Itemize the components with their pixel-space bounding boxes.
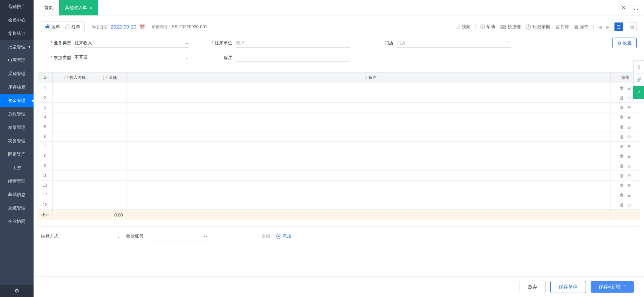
add-row-icon[interactable]: ⊕ xyxy=(627,202,631,207)
cell-amount[interactable] xyxy=(96,103,127,112)
cell-remark[interactable] xyxy=(127,190,611,200)
discard-button[interactable]: 放弃 xyxy=(519,281,546,293)
sidebar-item-3[interactable]: 批发管理 xyxy=(0,40,34,54)
cell-income-name[interactable] xyxy=(53,200,96,209)
delete-row-icon[interactable]: 🗑 xyxy=(620,134,624,139)
cell-remark[interactable] xyxy=(127,93,611,102)
cell-remark[interactable] xyxy=(127,161,611,170)
delete-row-icon[interactable]: 🗑 xyxy=(620,115,624,120)
radio-blue[interactable]: 蓝单 xyxy=(45,24,60,30)
table-row[interactable]: 5🗑⊕ xyxy=(38,122,640,132)
sidebar-item-0[interactable]: 营销推广 xyxy=(0,0,34,13)
close-all-icon[interactable]: ✕ xyxy=(618,3,628,12)
cell-remark[interactable] xyxy=(127,200,611,209)
add-row-icon[interactable]: ⊕ xyxy=(627,173,631,178)
calendar-icon[interactable]: 📅 xyxy=(140,24,145,30)
add-row-icon[interactable]: ⊕ xyxy=(627,144,631,149)
sidebar-item-5[interactable]: 采购管理 xyxy=(0,67,34,81)
tab-other-income[interactable]: 其他收入单 × xyxy=(59,0,98,15)
sidebar-item-7[interactable]: 资金管理 xyxy=(0,94,34,107)
sidebar-item-1[interactable]: 会员中心 xyxy=(0,13,34,27)
cell-remark[interactable] xyxy=(127,181,611,190)
cell-income-name[interactable] xyxy=(53,151,96,161)
delete-row-icon[interactable]: 🗑 xyxy=(620,202,624,207)
cell-remark[interactable] xyxy=(127,142,611,151)
cell-amount[interactable] xyxy=(96,200,127,209)
remark-input[interactable] xyxy=(236,54,350,62)
add-row-icon[interactable]: ⊕ xyxy=(627,115,631,120)
sidebar-item-13[interactable]: 经营管理 xyxy=(0,175,34,188)
sidebar-item-14[interactable]: 基础信息 xyxy=(0,188,34,201)
add-row-icon[interactable]: ⊕ xyxy=(627,183,631,188)
delete-row-icon[interactable]: 🗑 xyxy=(620,183,624,188)
add-row-icon[interactable]: ⊕ xyxy=(627,134,631,139)
delete-row-icon[interactable]: 🗑 xyxy=(620,125,624,130)
more-icon[interactable]: ⋯ xyxy=(202,233,208,239)
sidebar-item-15[interactable]: 系统管理 xyxy=(0,201,34,215)
add-settlement-button[interactable]: + 添加 xyxy=(276,233,291,239)
sidebar-item-11[interactable]: 固定资产 xyxy=(0,148,34,161)
table-row[interactable]: 4🗑⊕ xyxy=(38,112,640,122)
add-row-icon[interactable]: ⊕ xyxy=(627,105,631,110)
shortcut-link[interactable]: ⌨快捷键 xyxy=(500,24,521,30)
save-draft-button[interactable]: 保存草稿 xyxy=(550,281,586,293)
add-row-icon[interactable]: ⊕ xyxy=(627,163,631,168)
cell-amount[interactable] xyxy=(96,151,127,161)
table-row[interactable]: 8🗑⊕ xyxy=(38,151,640,161)
view-list-toggle[interactable]: ☰ xyxy=(614,22,623,31)
sidebar-item-12[interactable]: 工资 xyxy=(0,161,34,175)
view-card-toggle[interactable]: ▤ xyxy=(628,22,637,31)
delete-row-icon[interactable]: 🗑 xyxy=(620,144,624,149)
cell-income-name[interactable] xyxy=(53,181,96,190)
settlement-amount-input[interactable] xyxy=(214,232,270,240)
history-link[interactable]: 🕑历史单据 xyxy=(526,24,550,30)
help-link[interactable]: ⓘ帮助 xyxy=(480,24,495,30)
sidebar-item-8[interactable]: 总账管理 xyxy=(0,107,34,121)
table-row[interactable]: 3🗑⊕ xyxy=(38,103,640,112)
save-and-new-button[interactable]: 保存&新增 xyxy=(591,281,634,293)
cell-amount[interactable] xyxy=(96,132,127,141)
cell-remark[interactable] xyxy=(127,171,611,180)
cell-income-name[interactable] xyxy=(53,83,96,93)
col-income-name[interactable]: ▲▼ *收入名称 xyxy=(53,72,96,83)
add-row-icon[interactable]: ⊕ xyxy=(627,95,631,100)
delete-row-icon[interactable]: 🗑 xyxy=(620,86,624,91)
cell-income-name[interactable] xyxy=(53,112,96,122)
settlement-method-select[interactable]: ⌄ xyxy=(60,232,120,240)
cell-amount[interactable] xyxy=(96,142,127,151)
table-row[interactable]: 13🗑⊕ xyxy=(38,200,640,210)
cell-income-name[interactable] xyxy=(53,93,96,102)
party-select[interactable]: ⋯ xyxy=(236,38,350,48)
sidebar-item-4[interactable]: 电商管理 xyxy=(0,54,34,67)
col-amount[interactable]: ▲▼ *金额 xyxy=(96,72,127,83)
prev-doc-icon[interactable]: ◀ xyxy=(598,24,602,30)
side-template-icon[interactable]: ⎘ xyxy=(633,60,644,73)
table-row[interactable]: 11🗑⊕ xyxy=(38,181,640,190)
delete-row-icon[interactable]: 🗑 xyxy=(620,193,624,198)
add-row-icon[interactable]: ⊕ xyxy=(627,193,631,198)
sidebar-item-6[interactable]: 库存核算 xyxy=(0,81,34,94)
cell-amount[interactable] xyxy=(96,171,127,180)
radio-red[interactable]: 红单 xyxy=(65,24,80,30)
delete-row-icon[interactable]: 🗑 xyxy=(620,163,624,168)
cell-remark[interactable] xyxy=(127,132,611,141)
doc-date-value[interactable]: 2022-09-20 xyxy=(111,24,137,30)
cell-income-name[interactable] xyxy=(53,190,96,200)
cell-amount[interactable] xyxy=(96,93,127,102)
cell-income-name[interactable] xyxy=(53,171,96,180)
add-row-icon[interactable]: ⊕ xyxy=(627,154,631,159)
side-expand-icon[interactable]: ⤢ xyxy=(633,86,644,99)
cell-remark[interactable] xyxy=(127,112,611,122)
more-icon[interactable]: ⋯ xyxy=(505,40,511,46)
settlement-account-select[interactable]: ⋯ xyxy=(146,232,208,241)
sidebar-item-10[interactable]: 税务管理 xyxy=(0,134,34,148)
table-row[interactable]: 9🗑⊕ xyxy=(38,161,640,171)
table-row[interactable]: 1🗑⊕ xyxy=(38,83,640,93)
close-icon[interactable]: × xyxy=(90,0,92,15)
biz-type-select[interactable]: 往来收入 ⌄ xyxy=(75,39,189,48)
cell-income-name[interactable] xyxy=(53,132,96,141)
cell-remark[interactable] xyxy=(127,103,611,112)
sidebar-item-16[interactable]: 企业协同 xyxy=(0,215,34,228)
operate-link[interactable]: ▦操作 xyxy=(574,24,589,30)
cell-amount[interactable] xyxy=(96,161,127,170)
